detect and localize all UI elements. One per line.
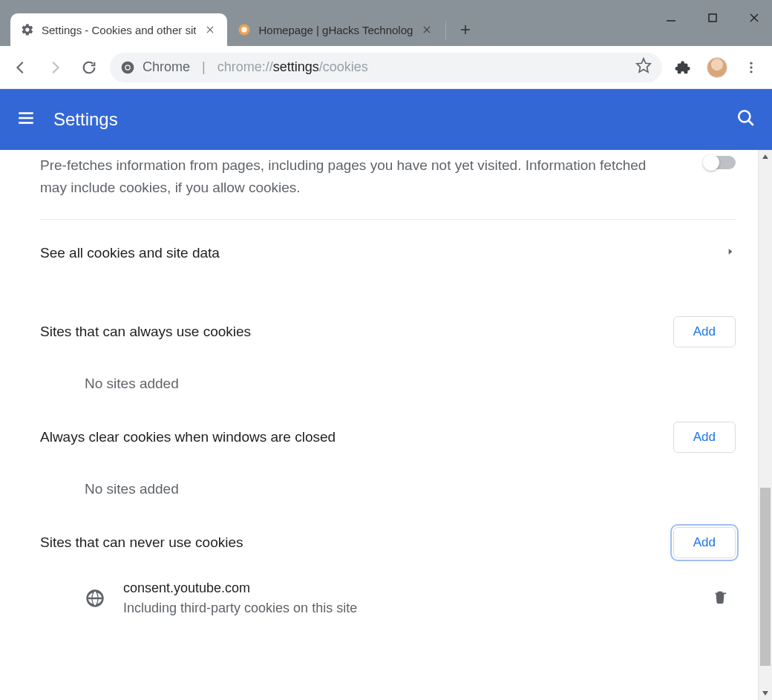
- bookmark-star-icon[interactable]: [635, 57, 652, 77]
- preload-line2: may include cookies, if you allow cookie…: [40, 177, 690, 199]
- browser-menu-icon[interactable]: [738, 54, 765, 81]
- scroll-down-icon[interactable]: [759, 687, 772, 700]
- chevron-right-icon: [725, 246, 736, 260]
- url-prefix: chrome://: [217, 59, 273, 74]
- minimize-button[interactable]: [659, 6, 683, 30]
- preload-toggle[interactable]: [704, 156, 736, 169]
- tab-strip: Settings - Cookies and other sit Homepag…: [0, 0, 479, 46]
- svg-line-23: [748, 120, 753, 125]
- window-controls: [659, 6, 766, 30]
- svg-rect-9: [709, 14, 716, 22]
- gear-icon: [21, 23, 34, 36]
- omnibox-scheme: Chrome: [143, 59, 190, 75]
- scroll-thumb[interactable]: [760, 488, 771, 666]
- tab-settings[interactable]: Settings - Cookies and other sit: [10, 13, 227, 46]
- svg-point-14: [126, 65, 130, 69]
- search-icon[interactable]: [736, 108, 756, 131]
- close-icon[interactable]: [203, 23, 217, 36]
- delete-icon[interactable]: [712, 589, 736, 608]
- add-button[interactable]: Add: [673, 422, 736, 453]
- tab-ghacks[interactable]: Homepage | gHacks Technolog: [227, 13, 444, 46]
- settings-content: Pre-fetches information from pages, incl…: [0, 150, 758, 700]
- empty-state: No sites added: [40, 347, 736, 392]
- forward-button[interactable]: [42, 54, 68, 81]
- svg-marker-15: [637, 59, 650, 72]
- tab-title: Settings - Cookies and other sit: [42, 24, 196, 36]
- scroll-track[interactable]: [759, 163, 772, 687]
- empty-state: No sites added: [40, 453, 736, 497]
- svg-point-17: [750, 66, 752, 68]
- svg-point-16: [750, 62, 752, 64]
- svg-marker-24: [729, 249, 733, 255]
- svg-marker-25: [762, 154, 768, 159]
- url-suffix: /cookies: [319, 59, 368, 74]
- section-title: Sites that can always use cookies: [40, 324, 673, 340]
- omnibox-url: chrome://settings/cookies: [217, 59, 368, 75]
- add-button[interactable]: Add: [673, 316, 736, 347]
- window-titlebar: Settings - Cookies and other sit Homepag…: [0, 0, 772, 46]
- preload-description: Pre-fetches information from pages, incl…: [40, 154, 690, 200]
- tab-separator: [445, 21, 446, 40]
- section-title: Always clear cookies when windows are cl…: [40, 429, 673, 445]
- section-title: Sites that can never use cookies: [40, 534, 673, 551]
- site-row: consent.youtube.com Including third-part…: [40, 558, 736, 616]
- tab-title: Homepage | gHacks Technolog: [258, 24, 413, 36]
- close-icon[interactable]: [420, 23, 434, 36]
- browser-toolbar: Chrome | chrome://settings/cookies: [0, 46, 772, 89]
- close-window-button[interactable]: [742, 6, 766, 30]
- menu-icon[interactable]: [16, 108, 36, 131]
- new-tab-button[interactable]: [452, 16, 479, 43]
- settings-header: Settings: [0, 89, 772, 150]
- site-favicon: [238, 23, 251, 36]
- chrome-icon: [120, 60, 135, 75]
- svg-point-22: [739, 111, 750, 122]
- profile-avatar[interactable]: [704, 54, 730, 81]
- add-button[interactable]: Add: [673, 527, 736, 558]
- maximize-button[interactable]: [701, 6, 724, 30]
- url-highlight: settings: [273, 59, 319, 74]
- omnibox-pipe: |: [202, 59, 206, 75]
- svg-marker-26: [762, 691, 768, 696]
- page-title: Settings: [53, 109, 118, 130]
- scrollbar[interactable]: [758, 150, 772, 700]
- content-viewport: Pre-fetches information from pages, incl…: [0, 150, 772, 700]
- section-clear-on-close: Always clear cookies when windows are cl…: [40, 392, 736, 497]
- section-block-cookies: Sites that can never use cookies Add con…: [40, 497, 736, 616]
- section-allow-cookies: Sites that can always use cookies Add No…: [40, 287, 736, 392]
- extensions-icon[interactable]: [670, 54, 696, 81]
- back-button[interactable]: [7, 54, 34, 81]
- address-bar[interactable]: Chrome | chrome://settings/cookies: [110, 53, 662, 82]
- preload-line1: Pre-fetches information from pages, incl…: [40, 154, 690, 177]
- see-all-cookies-row[interactable]: See all cookies and site data: [40, 220, 736, 287]
- svg-point-18: [750, 71, 752, 73]
- scroll-up-icon[interactable]: [759, 150, 772, 163]
- site-subtitle: Including third-party cookies on this si…: [123, 601, 694, 616]
- svg-point-3: [242, 27, 248, 33]
- site-domain: consent.youtube.com: [123, 580, 694, 596]
- avatar-image: [707, 57, 727, 78]
- reload-button[interactable]: [76, 54, 102, 81]
- globe-icon: [85, 588, 105, 609]
- preload-setting-row: Pre-fetches information from pages, incl…: [40, 150, 736, 220]
- see-all-label: See all cookies and site data: [40, 245, 725, 261]
- site-text: consent.youtube.com Including third-part…: [123, 580, 694, 616]
